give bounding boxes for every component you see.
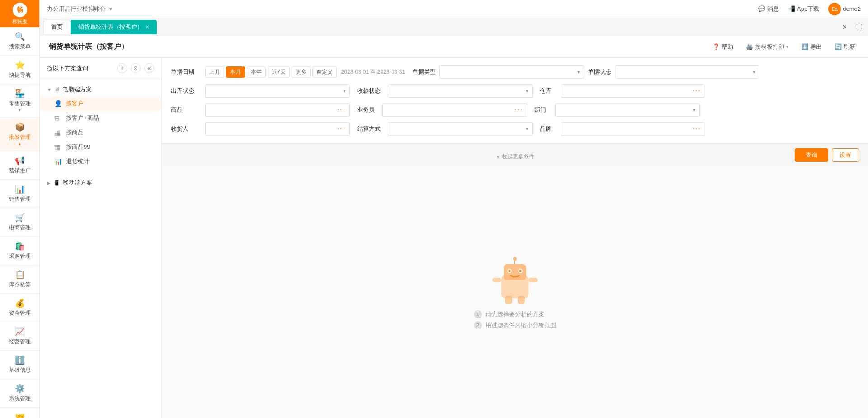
scheme-settings-button[interactable]: ⊙ <box>131 63 141 73</box>
avatar: Ea <box>828 3 841 15</box>
scheme-header: 按以下方案查询 + ⊙ « <box>40 58 161 79</box>
sidebar-item-ecommerce-label: 电商管理 <box>9 224 31 232</box>
date-range: 2023-03-01 至 2023-03-31 <box>341 68 405 76</box>
export-icon: ⬇️ <box>801 43 808 50</box>
order-status-select[interactable]: ▾ <box>615 65 760 79</box>
recipient-select[interactable]: ··· <box>205 122 350 136</box>
date-btn-more[interactable]: 更多 <box>292 66 311 78</box>
main-area: 办公用品行业模拟账套 ▾ 💬 消息 📲 App下载 Ea demo2 首页 <box>40 0 868 418</box>
scheme-item-customer-goods[interactable]: ⊞ 按客户+商品 <box>40 111 161 125</box>
scheme-group-desktop-header[interactable]: ▼ 🖥 电脑端方案 <box>40 83 161 96</box>
sidebar-item-retail[interactable]: 🏪 零售管理 ▾ <box>0 84 40 118</box>
settlement-select[interactable]: ▾ <box>388 122 533 136</box>
warehouse-select[interactable]: ··· <box>561 84 705 98</box>
collapse-button[interactable]: ∧ 收起更多条件 <box>489 150 542 163</box>
search-icon: 🔍 <box>15 32 25 42</box>
out-status-select[interactable]: ▾ <box>205 84 350 98</box>
content-area: 单据日期 上月 本月 本年 近7天 更多 自定义 2023-03-01 至 20… <box>162 58 868 418</box>
sidebar-item-cooperation[interactable]: 🤝 企业协同 <box>0 408 40 418</box>
settings-button[interactable]: 设置 <box>832 148 859 162</box>
export-label: 导出 <box>810 43 822 51</box>
scheme-item-by-goods[interactable]: ▦ 按商品 <box>40 125 161 140</box>
date-btn-current-year[interactable]: 本年 <box>247 66 266 78</box>
template-print-label: 按模板打印 <box>755 43 784 51</box>
hint-num-2: 2 <box>474 321 482 329</box>
sidebar: 畅 标账版 🔍 搜索菜单 ⭐ 快捷导航 🏪 零售管理 ▾ 📦 批发管理 ▴ 📢 … <box>0 0 40 418</box>
breadcrumb-dropdown-icon[interactable]: ▾ <box>109 6 112 12</box>
svg-rect-9 <box>518 296 525 304</box>
logo[interactable]: 畅 标账版 <box>0 0 40 27</box>
goods-select[interactable]: ··· <box>205 103 350 117</box>
scheme-item-return-stats[interactable]: 📊 退货统计 <box>40 154 161 169</box>
recipient-label: 收货人 <box>171 125 198 133</box>
refresh-icon: 🔄 <box>835 43 842 50</box>
home-tab-label: 首页 <box>51 23 63 31</box>
sidebar-item-sales[interactable]: 📊 销售管理 <box>0 180 40 208</box>
date-buttons: 上月 本月 本年 近7天 更多 自定义 2023-03-01 至 2023-03… <box>205 66 405 78</box>
template-print-button[interactable]: 🖨️ 按模板打印 ▾ <box>742 41 792 53</box>
scheme-panel: 按以下方案查询 + ⊙ « ▼ 🖥 电脑端方案 👤 <box>40 58 162 418</box>
filter-row-3: 商品 ··· 业务员 ··· 部门 ▾ <box>171 103 859 117</box>
sidebar-item-operations[interactable]: 📈 经营管理 <box>0 322 40 351</box>
page-header: 销货单统计表（按客户） ❓ 帮助 🖨️ 按模板打印 ▾ ⬇️ 导出 🔄 刷新 <box>40 36 868 58</box>
sidebar-item-marketing-label: 营销推广 <box>9 167 31 175</box>
retail-icon: 🏪 <box>15 89 25 99</box>
collapse-up-icon: ∧ <box>496 154 500 160</box>
sidebar-item-purchase-label: 采购管理 <box>9 252 31 260</box>
scheme-group-mobile-header[interactable]: ▶ 📱 移动端方案 <box>40 176 161 190</box>
tab-close-all-button[interactable]: ✕ <box>839 22 850 33</box>
order-status-label: 单据状态 <box>588 68 611 76</box>
sidebar-item-purchase[interactable]: 🛍️ 采购管理 <box>0 237 40 265</box>
date-btn-last-month[interactable]: 上月 <box>205 66 224 78</box>
page-actions: ❓ 帮助 🖨️ 按模板打印 ▾ ⬇️ 导出 🔄 刷新 <box>709 41 859 53</box>
help-button[interactable]: ❓ 帮助 <box>709 41 737 53</box>
tab-home[interactable]: 首页 <box>43 20 71 34</box>
app-download-button[interactable]: 📲 App下载 <box>788 5 819 13</box>
sidebar-item-search-label: 搜索菜单 <box>9 43 31 51</box>
scheme-item-by-goods-label: 按商品 <box>66 128 84 137</box>
scheme-add-button[interactable]: + <box>117 63 127 73</box>
scheme-group-mobile-label: 移动端方案 <box>63 179 92 187</box>
scheme-item-by-customer[interactable]: 👤 按客户 <box>40 96 161 111</box>
svg-rect-6 <box>492 278 501 282</box>
sidebar-item-basic-info[interactable]: ℹ️ 基础信息 <box>0 351 40 379</box>
logo-icon: 畅 <box>13 3 27 17</box>
marketing-icon: 📢 <box>15 156 25 166</box>
salesperson-select[interactable]: ··· <box>382 103 527 117</box>
help-label: 帮助 <box>722 43 733 51</box>
brand-select[interactable]: ··· <box>561 122 705 136</box>
sidebar-item-marketing[interactable]: 📢 营销推广 <box>0 151 40 180</box>
sidebar-item-finance[interactable]: 💰 资金管理 <box>0 294 40 322</box>
date-btn-custom[interactable]: 自定义 <box>312 66 337 78</box>
sidebar-item-ecommerce[interactable]: 🛒 电商管理 <box>0 208 40 237</box>
finance-icon: 💰 <box>15 298 25 308</box>
sidebar-item-search[interactable]: 🔍 搜索菜单 <box>0 27 40 56</box>
message-button[interactable]: 💬 消息 <box>758 5 779 13</box>
sidebar-item-inventory[interactable]: 📋 库存核算 <box>0 265 40 294</box>
sidebar-item-wholesale[interactable]: 📦 批发管理 ▴ <box>0 118 40 151</box>
payment-status-select[interactable]: ▾ <box>388 84 533 98</box>
svg-rect-1 <box>504 264 526 280</box>
date-btn-last-7-days[interactable]: 近7天 <box>268 66 290 78</box>
date-label: 单据日期 <box>171 68 198 76</box>
tab-fullscreen-button[interactable]: ⛶ <box>854 22 864 33</box>
scheme-collapse-button[interactable]: « <box>144 63 154 73</box>
expand-arrow-icon: ▼ <box>47 87 52 92</box>
refresh-button[interactable]: 🔄 刷新 <box>831 41 859 53</box>
tab-bar-right: ✕ ⛶ <box>839 22 864 33</box>
tab-sales-report[interactable]: 销货单统计表（按客户） ✕ <box>71 20 157 34</box>
department-select[interactable]: ▾ <box>555 103 700 117</box>
query-button[interactable]: 查询 <box>795 148 828 162</box>
date-btn-current-month[interactable]: 本月 <box>226 66 245 78</box>
order-type-select[interactable]: ▾ <box>439 65 584 79</box>
sidebar-item-quick-nav[interactable]: ⭐ 快捷导航 <box>0 56 40 84</box>
tab-close-icon[interactable]: ✕ <box>146 24 149 29</box>
quick-nav-icon: ⭐ <box>15 60 25 70</box>
scheme-item-by-goods-99[interactable]: ▦ 按商品99 <box>40 140 161 154</box>
collapse-label: 收起更多条件 <box>502 153 534 161</box>
sidebar-item-wholesale-label: 批发管理 <box>9 133 31 141</box>
user-profile[interactable]: Ea demo2 <box>828 3 861 15</box>
sidebar-item-system[interactable]: ⚙️ 系统管理 <box>0 379 40 408</box>
export-button[interactable]: ⬇️ 导出 <box>797 41 826 53</box>
scheme-title: 按以下方案查询 <box>47 64 88 72</box>
